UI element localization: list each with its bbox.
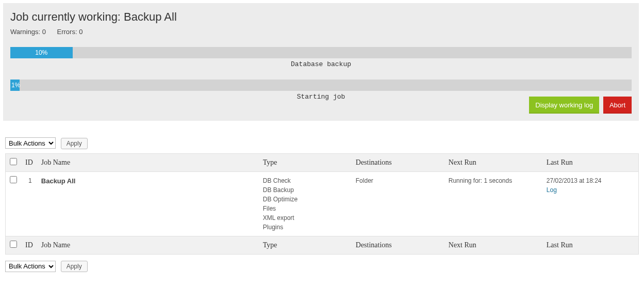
col-last-header[interactable]: Last Run xyxy=(542,153,639,171)
abort-button[interactable]: Abort xyxy=(603,97,632,114)
last-run-time: 27/02/2013 at 18:24 xyxy=(547,177,602,184)
type-item: Files xyxy=(263,204,348,213)
display-log-button[interactable]: Display working log xyxy=(529,97,599,114)
tablenav-top: Bulk Actions Apply xyxy=(5,137,639,149)
col-id-footer[interactable]: ID xyxy=(21,236,37,254)
type-item: DB Check xyxy=(263,176,348,185)
step-progress-pct: 1% xyxy=(11,82,20,89)
row-next-run: Running for: 1 seconds xyxy=(444,171,542,236)
col-dest-header[interactable]: Destinations xyxy=(352,153,444,171)
table-row: 1 Backup All DB Check DB Backup DB Optim… xyxy=(6,171,639,236)
col-id-header[interactable]: ID xyxy=(21,153,37,171)
type-item: DB Backup xyxy=(263,185,348,195)
jobs-table: ID Job Name Type Destinations Next Run L… xyxy=(5,153,639,255)
apply-button-bottom: Apply xyxy=(61,261,88,272)
status-title: Job currently working: Backup All xyxy=(10,10,632,24)
col-name-header[interactable]: Job Name xyxy=(37,153,259,171)
select-all-checkbox-top[interactable] xyxy=(10,158,17,165)
job-status-panel: Job currently working: Backup All Warnin… xyxy=(3,3,639,121)
warnings-count: Warnings: 0 xyxy=(10,28,46,36)
col-last-footer[interactable]: Last Run xyxy=(542,236,639,254)
step-progress-bar: 1% xyxy=(10,80,632,91)
apply-button-top[interactable]: Apply xyxy=(61,138,88,149)
select-all-checkbox-bottom[interactable] xyxy=(10,241,17,248)
row-job-name: Backup All xyxy=(41,177,76,185)
row-checkbox[interactable] xyxy=(10,176,17,183)
type-item: DB Optimize xyxy=(263,195,348,204)
col-next-footer[interactable]: Next Run xyxy=(444,236,542,254)
row-destinations: Folder xyxy=(352,171,444,236)
tablenav-bottom: Bulk Actions Apply xyxy=(5,261,639,273)
row-id: 1 xyxy=(21,171,37,236)
overall-progress-bar: 10% xyxy=(10,47,632,58)
overall-progress-text: Database backup xyxy=(10,60,632,68)
type-item: Plugins xyxy=(263,223,348,232)
step-progress-fill: 1% xyxy=(10,80,20,91)
col-dest-footer[interactable]: Destinations xyxy=(352,236,444,254)
col-type-header[interactable]: Type xyxy=(259,153,352,171)
status-counts: Warnings: 0 Errors: 0 xyxy=(10,28,632,36)
bulk-actions-select-bottom[interactable]: Bulk Actions xyxy=(5,261,56,272)
overall-progress-pct: 10% xyxy=(35,49,47,56)
errors-count: Errors: 0 xyxy=(57,28,83,36)
bulk-actions-select[interactable]: Bulk Actions xyxy=(5,137,56,149)
row-types: DB Check DB Backup DB Optimize Files XML… xyxy=(259,171,352,236)
log-link[interactable]: Log xyxy=(547,186,557,194)
type-item: XML export xyxy=(263,213,348,223)
overall-progress-fill: 10% xyxy=(10,47,73,58)
col-next-header[interactable]: Next Run xyxy=(444,153,542,171)
row-last-run: 27/02/2013 at 18:24 Log xyxy=(542,171,639,236)
col-name-footer[interactable]: Job Name xyxy=(37,236,259,254)
col-type-footer[interactable]: Type xyxy=(259,236,352,254)
